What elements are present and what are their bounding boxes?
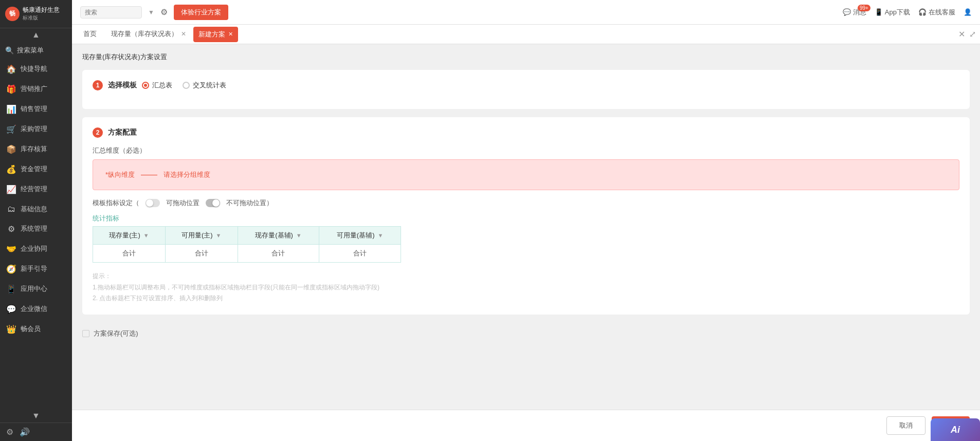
sidebar-item-member[interactable]: 👑 畅会员 (0, 319, 72, 339)
marketing-label: 营销推广 (21, 84, 47, 94)
main-content: 现存量(库存状况表)方案设置 1 选择模板 汇总表 交叉统计表 (72, 44, 980, 410)
sidebar-item-operations[interactable]: 📈 经营管理 (0, 179, 72, 199)
topbar-search-input[interactable] (80, 6, 142, 19)
non-draggable-label: 不可拖动位置） (226, 198, 273, 208)
step1-number: 1 (93, 80, 103, 90)
sidebar-item-inventory[interactable]: 📦 库存核算 (0, 139, 72, 159)
save-row: 方案保存(可选) (82, 323, 970, 344)
finance-icon: 💰 (6, 164, 16, 174)
col-label-0: 现存量(主) (109, 231, 140, 240)
enterprise-label: 企业协同 (21, 244, 47, 253)
sidebar-scroll-up[interactable]: ▲ (0, 28, 72, 42)
sidebar-item-system[interactable]: ⚙ 系统管理 (0, 219, 72, 239)
sidebar-scroll-down[interactable]: ▼ (0, 409, 72, 422)
sidebar-item-purchase[interactable]: 🛒 采购管理 (0, 119, 72, 139)
dimension-placeholder: 请选择分组维度 (164, 170, 210, 179)
sidebar-item-finance[interactable]: 💰 资金管理 (0, 159, 72, 179)
trial-button[interactable]: 体验行业方案 (174, 5, 228, 20)
quicknav-icon: 🏠 (6, 64, 16, 74)
radio-cross[interactable]: 交叉统计表 (183, 81, 226, 90)
page-title: 现存量(库存状况表)方案设置 (82, 52, 970, 62)
non-draggable-toggle (206, 199, 220, 207)
topbar-gear-icon[interactable]: ⚙ (160, 7, 168, 17)
step2-header: 2 方案配置 (93, 127, 959, 138)
avatar-icon: 👤 (964, 8, 972, 16)
col-chevron-1[interactable]: ▼ (216, 232, 222, 238)
headset-icon: 🎧 (918, 8, 927, 16)
online-service-label: 在线客服 (929, 8, 955, 17)
step1-label: 选择模板 (108, 81, 137, 90)
col-chevron-3[interactable]: ▼ (378, 232, 384, 238)
col-sub-2: 合计 (238, 245, 319, 263)
tab-inventory-close[interactable]: ✕ (181, 30, 186, 38)
sidebar-item-sales[interactable]: 📊 销售管理 (0, 99, 72, 119)
purchase-icon: 🛒 (6, 124, 16, 134)
operations-icon: 📈 (6, 185, 16, 194)
member-icon: 👑 (6, 324, 16, 334)
radio-summary-circle (142, 82, 149, 89)
radio-cross-label: 交叉统计表 (193, 81, 226, 90)
draggable-toggle[interactable] (146, 199, 160, 207)
radio-summary[interactable]: 汇总表 (142, 81, 172, 90)
sales-label: 销售管理 (21, 104, 47, 114)
topbar-chevron-icon[interactable]: ▼ (148, 9, 154, 16)
tab-close-icon[interactable]: ✕ (958, 29, 965, 39)
tip-item-2: 2. 点击标题栏下拉可设置排序、插入列和删除列 (93, 293, 959, 304)
col-sub-1: 合计 (165, 245, 238, 263)
tab-expand-icon[interactable]: ⤢ (969, 29, 976, 39)
sidebar-item-appcenter[interactable]: 📱 应用中心 (0, 279, 72, 299)
wechat-label: 企业微信 (21, 304, 47, 314)
purchase-label: 采购管理 (21, 124, 47, 134)
col-header-0[interactable]: 现存量(主) ▼ (93, 227, 166, 245)
marketing-icon: 🎁 (6, 84, 16, 94)
tab-inventory[interactable]: 现存量（库存状况表） ✕ (104, 25, 193, 44)
message-badge: 99+ (858, 5, 870, 11)
sidebar-item-enterprise[interactable]: 🤝 企业协同 (0, 239, 72, 259)
step2-card: 2 方案配置 汇总维度（必选） *纵向维度 —— 请选择分组维度 模板指标设定（… (82, 117, 970, 315)
online-service-item[interactable]: 🎧 在线客服 (918, 8, 955, 17)
step2-number: 2 (93, 127, 103, 138)
dimension-box[interactable]: *纵向维度 —— 请选择分组维度 (93, 159, 959, 190)
save-checkbox[interactable] (82, 330, 89, 337)
step2-label: 方案配置 (108, 128, 137, 137)
tab-inventory-label: 现存量（库存状况表） (111, 29, 178, 39)
settings-footer-icon[interactable]: ⚙ (6, 427, 13, 437)
audio-footer-icon[interactable]: 🔊 (20, 427, 30, 437)
sidebar-search[interactable]: 🔍 搜索菜单 (0, 42, 72, 59)
app-download-item[interactable]: 📱 App下载 (875, 8, 910, 17)
message-icon: 💬 (843, 8, 851, 16)
sidebar-nav: 🏠 快捷导航 🎁 营销推广 📊 销售管理 🛒 采购管理 📦 库存核算 💰 资金管… (0, 59, 72, 409)
sidebar-item-newguide[interactable]: 🧭 新手引导 (0, 259, 72, 279)
summary-dimension-label: 汇总维度（必选） (93, 146, 959, 155)
app-name: 畅康通好生意 (23, 6, 60, 14)
tab-new-close[interactable]: ✕ (228, 31, 233, 38)
col-chevron-2[interactable]: ▼ (296, 232, 302, 238)
sidebar-item-basic[interactable]: 🗂 基础信息 (0, 199, 72, 219)
appcenter-label: 应用中心 (21, 284, 47, 293)
col-header-2[interactable]: 现存量(基辅) ▼ (238, 227, 319, 245)
topbar: ▼ ⚙ 体验行业方案 💬 消息 99+ 📱 App下载 🎧 在线客服 👤 (72, 0, 980, 25)
ai-badge[interactable]: Ai (931, 418, 980, 441)
sidebar: 畅 畅康通好生意 标准版 ▲ 🔍 搜索菜单 🏠 快捷导航 🎁 营销推广 📊 销售… (0, 0, 72, 441)
tab-new-plan[interactable]: 新建方案 ✕ (193, 27, 238, 42)
message-icon-wrap[interactable]: 💬 消息 99+ (843, 8, 866, 17)
sidebar-item-quicknav[interactable]: 🏠 快捷导航 (0, 59, 72, 79)
col-header-3[interactable]: 可用量(基辅) ▼ (319, 227, 401, 245)
system-label: 系统管理 (21, 224, 47, 233)
dimension-separator: —— (141, 170, 157, 179)
sidebar-footer: ⚙ 🔊 (0, 422, 72, 441)
user-avatar[interactable]: 👤 (964, 8, 972, 16)
col-sub-3: 合计 (319, 245, 401, 263)
tip-item-1: 1.拖动标题栏可以调整布局，不可跨维度或指标区域拖动栏目字段(只能在同一维度或指… (93, 282, 959, 293)
sidebar-item-marketing[interactable]: 🎁 营销推广 (0, 79, 72, 99)
sidebar-item-wechat[interactable]: 💬 企业微信 (0, 299, 72, 319)
col-header-1[interactable]: 可用量(主) ▼ (165, 227, 238, 245)
app-download-icon: 📱 (875, 8, 883, 16)
cancel-button[interactable]: 取消 (886, 416, 925, 435)
inventory-icon: 📦 (6, 144, 16, 154)
newguide-icon: 🧭 (6, 264, 16, 274)
footer-bar: 取消 查询 (72, 410, 980, 441)
col-chevron-0[interactable]: ▼ (143, 232, 149, 238)
inventory-label: 库存核算 (21, 144, 47, 154)
tab-home[interactable]: 首页 (76, 25, 104, 44)
